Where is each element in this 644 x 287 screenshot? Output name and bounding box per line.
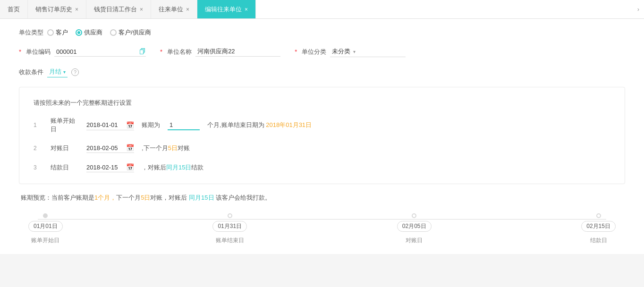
timeline-point-2: 02月05日 对账日: [397, 213, 432, 245]
unit-category-label: 单位分类: [302, 48, 326, 56]
period-cal-icon-3[interactable]: 📅: [126, 163, 134, 171]
period-box: 请按照未来的一个完整帐期进行设置 1 账单开始日 📅 账期为 个月,账单结束日期…: [19, 87, 625, 184]
period-text-2: 对账: [178, 144, 190, 152]
period-num-3: 3: [34, 164, 43, 171]
period-text-3: 结款: [191, 164, 203, 171]
unit-name-label: 单位名称: [167, 48, 192, 56]
period-day-3: 同月15日: [166, 164, 191, 171]
period-day-2: 5日: [168, 144, 178, 152]
tab-counterpart-close[interactable]: ×: [186, 6, 189, 13]
period-row-3: 3 结款日 📅 ，对账后同月15日结款: [34, 162, 610, 172]
radio-supplier[interactable]: 供应商: [76, 28, 102, 37]
main-content: 单位类型 客户 供应商 客户/供应商 * 单位编码: [0, 19, 644, 254]
preview-text1: 对账，对账后: [150, 194, 187, 201]
unit-code-input[interactable]: [54, 47, 137, 56]
unit-name-group: * 单位名称: [160, 47, 280, 57]
tab-home[interactable]: 首页: [0, 0, 28, 18]
period-cal-icon-2[interactable]: 📅: [126, 144, 134, 152]
unit-name-input[interactable]: [195, 47, 280, 57]
unit-code-label: 单位编码: [26, 48, 51, 56]
radio-both-circle: [110, 29, 117, 36]
chevron-right-icon: ›: [637, 6, 639, 13]
timeline-badge-2: 02月05日: [397, 221, 432, 232]
radio-both[interactable]: 客户/供应商: [110, 28, 151, 37]
preview-prefix: 账期预览：当前客户账期是: [21, 194, 94, 201]
period-date-2: 📅: [86, 143, 134, 153]
unit-type-radio-group: 客户 供应商 客户/供应商: [47, 28, 151, 37]
period-box-title: 请按照未来的一个完整帐期进行设置: [34, 99, 610, 107]
period-prefix-2: ,下一个月: [142, 144, 168, 152]
timeline-label-0: 账单开始日: [31, 236, 59, 245]
radio-customer-label: 客户: [56, 28, 68, 37]
radio-supplier-label: 供应商: [84, 28, 102, 37]
payment-terms-group: 收款条件 月结 ▾ ?: [19, 67, 79, 77]
tab-expand-btn[interactable]: ›: [633, 0, 644, 18]
period-date-input-3[interactable]: [86, 164, 124, 171]
unit-category-star: *: [295, 48, 297, 55]
tab-edit-counterpart-close[interactable]: ×: [245, 6, 248, 13]
period-date-input-2[interactable]: [86, 144, 124, 152]
payment-terms-help-icon[interactable]: ?: [71, 68, 79, 76]
payment-terms-dropdown[interactable]: 月结 ▾: [47, 67, 68, 77]
tab-sales-history-close[interactable]: ×: [75, 6, 78, 13]
period-suffix-2: ,下一个月5日对账: [142, 144, 190, 152]
payment-terms-select-wrapper[interactable]: 月结 ▾: [47, 67, 68, 77]
preview-suffix: 该客户会给我打款。: [216, 194, 271, 201]
tab-counterpart-label: 往来单位: [159, 5, 183, 14]
period-row-2: 2 对账日 📅 ,下一个月5日对账: [34, 143, 610, 153]
timeline-dot-2: [412, 213, 416, 218]
period-date-1: 📅: [86, 120, 134, 130]
tab-home-label: 首页: [8, 5, 20, 14]
timeline-points: 01月01日 账单开始日 01月31日 账单结束日 02月05日 对账日 02月…: [28, 213, 616, 245]
timeline-point-3: 02月15日 结款日: [581, 213, 616, 245]
preview-middle: 下一个月: [116, 194, 141, 201]
unit-category-select[interactable]: 未分类 ▾: [330, 46, 406, 57]
unit-type-group: 单位类型 客户 供应商 客户/供应商: [19, 28, 151, 37]
tab-counterpart[interactable]: 往来单位 ×: [151, 0, 197, 18]
timeline-point-0: 01月01日 账单开始日: [28, 213, 63, 245]
period-prefix-3: ，对账后: [142, 164, 166, 171]
period-row-1: 1 账单开始日 📅 账期为 个月,账单结束日期为 2018年01月31日: [34, 117, 610, 134]
period-date-input-1[interactable]: [86, 121, 124, 128]
period-suffix-text-1: 个月,账单结束日期为: [207, 121, 264, 128]
tab-cashflow[interactable]: 钱货日清工作台 ×: [86, 0, 151, 18]
unit-category-group: * 单位分类 未分类 ▾: [295, 46, 406, 57]
period-num-2: 2: [34, 145, 43, 152]
period-label-3: 结款日: [51, 163, 79, 172]
unit-code-icon[interactable]: 🗍: [139, 48, 146, 55]
timeline: 01月01日 账单开始日 01月31日 账单结束日 02月05日 对账日 02月…: [19, 213, 625, 245]
unit-code-input-wrapper: 🗍: [54, 47, 146, 57]
tab-edit-counterpart[interactable]: 编辑往来单位 ×: [197, 0, 256, 18]
unit-type-label: 单位类型: [19, 28, 43, 37]
preview-day1: 5日: [141, 194, 150, 201]
unit-info-row: * 单位编码 🗍 * 单位名称 * 单位分类 未分类 ▾: [19, 46, 625, 57]
tab-sales-history-label: 销售订单历史: [35, 5, 72, 14]
tab-bar: 首页 销售订单历史 × 钱货日清工作台 × 往来单位 × 编辑往来单位 × ›: [0, 0, 644, 19]
timeline-label-2: 对账日: [406, 236, 423, 245]
period-date-3: 📅: [86, 162, 134, 172]
tab-sales-history[interactable]: 销售订单历史 ×: [28, 0, 86, 18]
preview-months: 1个月，: [94, 194, 116, 201]
payment-terms-value: 月结: [49, 68, 61, 76]
payment-terms-row: 收款条件 月结 ▾ ?: [19, 67, 625, 77]
unit-code-group: * 单位编码 🗍: [19, 47, 146, 57]
payment-terms-label: 收款条件: [19, 68, 43, 76]
payment-terms-arrow: ▾: [63, 69, 66, 75]
preview-day2: 同月15日: [189, 194, 214, 201]
timeline-label-3: 结款日: [590, 236, 607, 245]
period-cal-icon-1[interactable]: 📅: [126, 121, 134, 129]
radio-customer[interactable]: 客户: [47, 28, 68, 37]
month-input-wrapper: [168, 120, 200, 130]
tab-edit-counterpart-label: 编辑往来单位: [205, 5, 242, 14]
radio-supplier-circle: [76, 29, 82, 36]
tab-cashflow-label: 钱货日清工作台: [94, 5, 137, 14]
period-suffix-before-1: 账期为: [142, 121, 160, 129]
period-suffix-3: ，对账后同月15日结款: [142, 163, 203, 172]
timeline-point-1: 01月31日 账单结束日: [212, 213, 247, 245]
period-end-date-1: 2018年01月31日: [266, 121, 312, 128]
timeline-dot-1: [228, 213, 232, 218]
tab-cashflow-close[interactable]: ×: [140, 6, 143, 13]
unit-code-star: *: [19, 48, 21, 55]
month-input[interactable]: [169, 121, 198, 128]
timeline-badge-0: 01月01日: [28, 221, 63, 232]
